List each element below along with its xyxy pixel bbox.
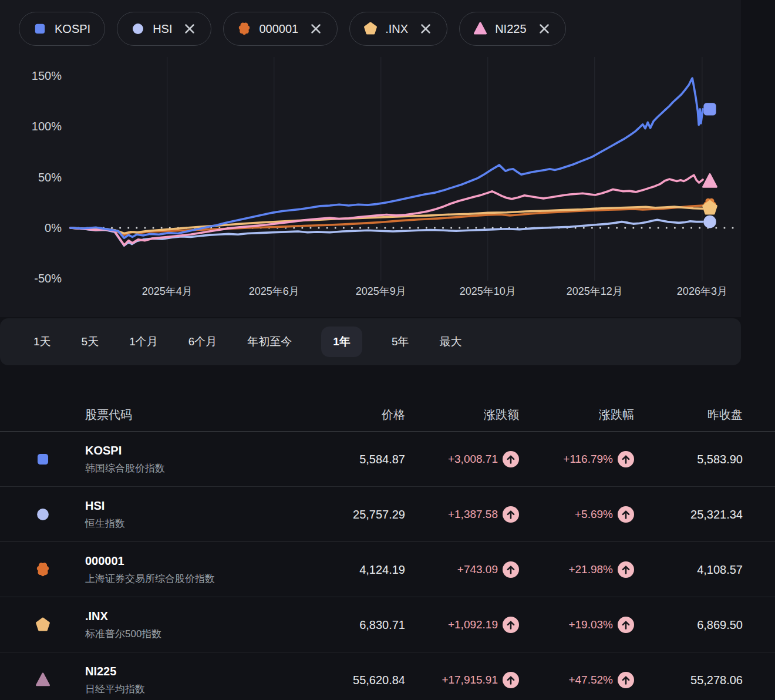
up-arrow-badge-icon <box>503 672 519 688</box>
x-axis-tick-label: 2025年4月 <box>142 285 193 297</box>
comparison-chart[interactable]: 150%100%50%0%-50%2025年4月2025年6月2025年9月20… <box>0 0 741 317</box>
remove-chip-icon[interactable] <box>309 22 323 36</box>
circle-marker-icon <box>133 23 143 34</box>
range-button-年初至今[interactable]: 年初至今 <box>246 327 293 357</box>
up-arrow-badge-icon <box>618 506 634 523</box>
square-marker-icon <box>35 24 45 33</box>
symbol-chip-inx[interactable]: .INX <box>349 12 447 46</box>
price-value: 5,584.87 <box>359 452 405 466</box>
square-marker-icon <box>38 453 48 464</box>
pentagon-marker-icon <box>364 22 377 35</box>
symbol-name-cell: NI225日经平均指数 <box>85 664 145 696</box>
change-percent-cell: +21.98% <box>568 561 634 578</box>
symbol-chip-ni225[interactable]: NI225 <box>459 12 565 46</box>
previous-close-value: 55,278.06 <box>690 673 743 686</box>
index-chinese-name: 韩国综合股价指数 <box>85 462 165 475</box>
symbol-label: 000001 <box>85 554 215 568</box>
change-amount-value: +3,008.71 <box>448 453 498 466</box>
y-axis-tick-label: 100% <box>32 120 62 133</box>
symbol-chip-000001[interactable]: 000001 <box>223 12 338 46</box>
blob-marker-icon <box>35 562 50 577</box>
change-percent-cell: +116.79% <box>563 451 634 467</box>
change-amount-value: +1,092.19 <box>448 618 498 631</box>
quotes-table: 股票代码价格涨跌额涨跌幅昨收盘 KOSPI韩国综合股价指数5,584.87+3,… <box>0 398 775 700</box>
previous-close-value: 25,321.34 <box>690 507 743 521</box>
remove-chip-icon[interactable] <box>183 22 197 36</box>
triangle-marker-icon <box>703 174 717 187</box>
up-arrow-badge-icon <box>503 506 519 523</box>
triangle-marker-icon <box>475 23 486 33</box>
up-arrow-badge-icon <box>618 561 634 578</box>
remove-chip-icon[interactable] <box>419 22 433 36</box>
column-header: 涨跌幅 <box>599 407 634 423</box>
range-button-6个月[interactable]: 6个月 <box>187 327 218 357</box>
table-body: KOSPI韩国综合股价指数5,584.87+3,008.71+116.79%5,… <box>0 432 775 700</box>
table-row-hsi[interactable]: HSI恒生指数25,757.29+1,387.58+5.69%25,321.34 <box>0 487 775 542</box>
circle-marker-icon <box>37 509 49 520</box>
column-header: 价格 <box>382 407 405 423</box>
y-axis-tick-label: -50% <box>34 272 62 285</box>
change-amount-value: +17,915.91 <box>442 674 498 686</box>
up-arrow-badge-icon <box>618 617 634 633</box>
square-marker-icon <box>35 452 50 467</box>
y-axis-tick-label: 150% <box>32 69 62 82</box>
change-percent-cell: +19.03% <box>568 617 634 633</box>
table-row-000001[interactable]: 000001上海证券交易所综合股价指数4,124.19+743.09+21.98… <box>0 542 775 597</box>
table-row-ni225[interactable]: NI225日经平均指数55,620.84+17,915.91+47.52%55,… <box>0 652 775 700</box>
finance-compare-page: 150%100%50%0%-50%2025年4月2025年6月2025年9月20… <box>0 0 775 700</box>
circle-marker-icon <box>703 216 716 228</box>
range-button-最大[interactable]: 最大 <box>438 327 463 357</box>
blob-marker-icon <box>239 22 250 35</box>
change-percent-value: +116.79% <box>563 453 613 466</box>
symbol-chips-row: KOSPIHSI000001.INXNI225 <box>19 12 566 46</box>
up-arrow-badge-icon <box>618 672 634 688</box>
chip-label: KOSPI <box>55 22 90 36</box>
up-arrow-badge-icon <box>503 561 519 578</box>
pentagon-marker-icon <box>365 23 376 33</box>
time-range-bar: 1天5天1个月6个月年初至今1年5年最大 <box>0 318 741 365</box>
change-amount-cell: +3,008.71 <box>448 451 519 467</box>
change-percent-cell: +47.52% <box>568 672 634 688</box>
index-chinese-name: 日经平均指数 <box>85 682 145 696</box>
change-percent-value: +19.03% <box>568 618 613 631</box>
row-marker <box>35 562 50 577</box>
chip-label: HSI <box>153 22 172 36</box>
range-button-1年[interactable]: 1年 <box>321 327 362 357</box>
up-arrow-badge-icon <box>503 617 519 633</box>
pentagon-marker-icon <box>35 617 50 632</box>
symbol-label: NI225 <box>85 664 145 678</box>
column-header: 股票代码 <box>85 407 132 423</box>
previous-close-value: 6,869.50 <box>697 618 743 631</box>
pentagon-marker-icon <box>37 618 49 630</box>
table-row-inx[interactable]: .INX标准普尔500指数6,830.71+1,092.19+19.03%6,8… <box>0 597 775 652</box>
price-value: 6,830.71 <box>359 618 405 631</box>
change-amount-value: +1,387.58 <box>448 508 498 521</box>
range-button-1个月[interactable]: 1个月 <box>128 327 159 357</box>
symbol-name-cell: 000001上海证券交易所综合股价指数 <box>85 554 215 585</box>
x-axis-tick-label: 2025年9月 <box>356 285 406 297</box>
price-value: 55,620.84 <box>353 673 405 686</box>
chart-card: 150%100%50%0%-50%2025年4月2025年6月2025年9月20… <box>0 0 741 317</box>
range-button-1天[interactable]: 1天 <box>32 327 52 357</box>
range-button-5天[interactable]: 5天 <box>80 327 100 357</box>
change-percent-value: +47.52% <box>568 674 613 686</box>
chip-label: .INX <box>385 22 408 36</box>
change-percent-value: +5.69% <box>575 508 613 521</box>
circle-marker-icon <box>35 507 50 522</box>
index-chinese-name: 恒生指数 <box>85 517 125 530</box>
column-header: 涨跌额 <box>484 407 519 423</box>
symbol-chip-hsi[interactable]: HSI <box>117 12 211 46</box>
chip-label: 000001 <box>259 22 298 36</box>
symbol-chip-kospi[interactable]: KOSPI <box>19 12 105 46</box>
remove-chip-icon[interactable] <box>537 22 551 36</box>
y-axis-tick-label: 0% <box>45 221 62 234</box>
table-row-kospi[interactable]: KOSPI韩国综合股价指数5,584.87+3,008.71+116.79%5,… <box>0 432 775 487</box>
index-chinese-name: 标准普尔500指数 <box>85 627 161 641</box>
square-marker-icon <box>703 103 716 115</box>
row-marker <box>35 452 50 467</box>
up-arrow-badge-icon <box>503 451 519 467</box>
change-amount-cell: +17,915.91 <box>442 672 519 688</box>
row-marker <box>35 617 50 632</box>
range-button-5年[interactable]: 5年 <box>390 327 410 357</box>
symbol-label: .INX <box>85 609 161 623</box>
